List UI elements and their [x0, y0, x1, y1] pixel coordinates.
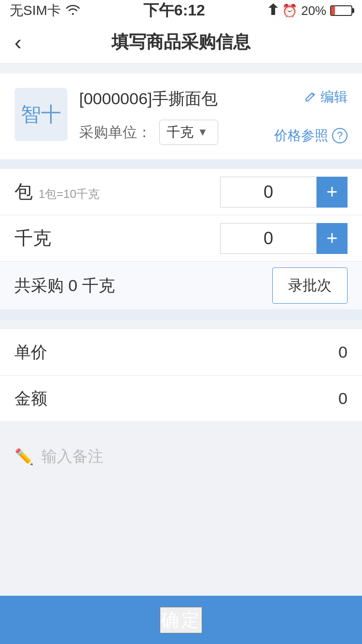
section-divider	[0, 159, 362, 169]
main-content: 智十 [0000006]手撕面包 采购单位： 千克 ▼ 编辑 价格参照 ?	[0, 73, 362, 508]
kg-plus-button[interactable]: +	[317, 223, 348, 254]
status-bar: 无SIM卡 下午6:12 ⏰ 20%	[0, 0, 362, 21]
unit-label: 采购单位：	[79, 123, 152, 142]
notes-placeholder: 输入备注	[42, 446, 103, 467]
kg-label: 千克	[14, 226, 51, 251]
input-section: 包 1包=10千克 0 + 千克 0 + 共采购 0 千克 录批次	[0, 169, 362, 310]
battery-icon	[330, 5, 352, 16]
kg-input[interactable]: 0	[220, 223, 317, 254]
edit-button[interactable]: 编辑	[304, 88, 348, 106]
wifi-icon	[66, 3, 80, 18]
bag-input[interactable]: 0	[220, 177, 317, 208]
amount-value: 0	[338, 389, 348, 408]
unit-select[interactable]: 千克 ▼	[159, 120, 218, 145]
amount-label: 金额	[14, 388, 47, 410]
help-icon: ?	[332, 128, 348, 143]
kg-label-group: 千克	[14, 226, 111, 251]
alarm-icon: ⏰	[282, 3, 297, 18]
bag-qty-control: 0 +	[220, 177, 348, 208]
unit-price-row: 单价 0	[0, 329, 362, 376]
section-divider-2	[0, 310, 362, 320]
carrier-text: 无SIM卡	[10, 1, 61, 20]
pencil-icon: ✏️	[14, 448, 34, 466]
chevron-down-icon: ▼	[197, 126, 208, 139]
total-row: 共采购 0 千克 录批次	[0, 262, 362, 310]
price-section: 单价 0 金额 0	[0, 329, 362, 422]
product-image: 智十	[14, 88, 68, 141]
unit-value: 千克	[167, 123, 194, 141]
status-bar-left: 无SIM卡	[10, 1, 80, 20]
total-text: 共采购 0 千克	[14, 275, 115, 297]
location-icon	[268, 3, 278, 18]
status-bar-right: ⏰ 20%	[268, 3, 352, 18]
product-card: 智十 [0000006]手撕面包 采购单位： 千克 ▼ 编辑 价格参照 ?	[0, 73, 362, 159]
back-button[interactable]: ‹	[14, 32, 22, 53]
confirm-button[interactable]: 确定	[160, 607, 202, 633]
bag-plus-button[interactable]: +	[317, 177, 348, 208]
bag-sub-label: 1包=10千克	[39, 186, 99, 202]
batch-button[interactable]: 录批次	[272, 267, 348, 304]
status-bar-time: 下午6:12	[143, 0, 205, 21]
bag-label: 包	[14, 180, 33, 204]
edit-label: 编辑	[320, 88, 348, 106]
unit-price-label: 单价	[14, 341, 47, 364]
price-ref-label: 价格参照	[274, 126, 328, 145]
page-title: 填写商品采购信息	[111, 30, 251, 54]
amount-row: 金额 0	[0, 376, 362, 422]
footer: 确定	[0, 596, 362, 644]
kg-row: 千克 0 +	[0, 215, 362, 262]
price-ref-button[interactable]: 价格参照 ?	[274, 126, 348, 145]
product-logo: 智十	[21, 101, 61, 128]
kg-qty-control: 0 +	[220, 223, 348, 254]
battery-percent: 20%	[301, 3, 326, 18]
unit-price-value: 0	[338, 343, 348, 362]
notes-section[interactable]: ✏️ 输入备注	[0, 432, 362, 482]
bag-label-group: 包 1包=10千克	[14, 180, 111, 204]
nav-bar: ‹ 填写商品采购信息	[0, 21, 362, 64]
bag-row: 包 1包=10千克 0 +	[0, 169, 362, 215]
